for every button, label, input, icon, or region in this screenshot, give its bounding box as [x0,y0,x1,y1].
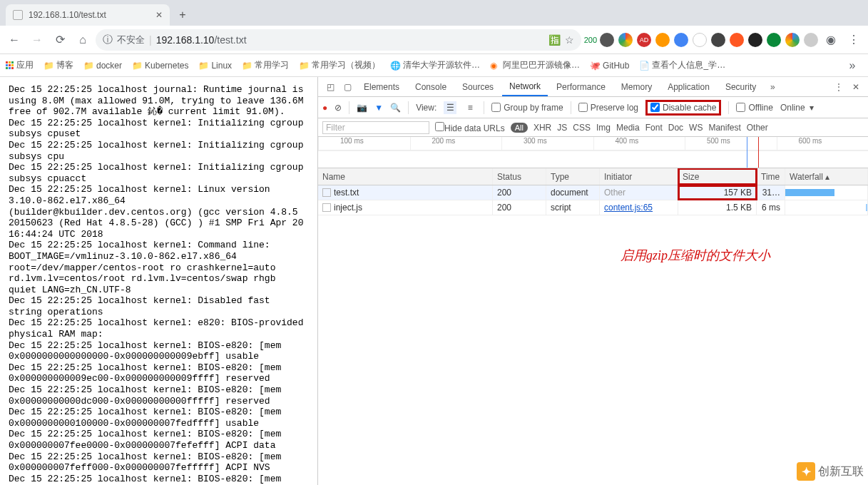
offline-checkbox[interactable]: Offline [736,103,772,113]
view-list-icon[interactable]: ☰ [444,101,456,114]
tab-sources[interactable]: Sources [455,78,501,96]
bookmark-item[interactable]: 🌐清华大学开源软件… [390,59,480,71]
extension-icon[interactable] [785,33,800,47]
tab-title: 192.168.1.10/test.txt [29,10,150,20]
bookmark-folder[interactable]: 📁常用学习（视频） [299,59,380,71]
table-row[interactable]: test.txt 200 document Other 157 KB 31… [318,185,868,200]
col-size[interactable]: Size [678,168,757,185]
filter-doc[interactable]: Doc [668,123,683,133]
tab-network[interactable]: Network [502,78,548,96]
adblock-icon[interactable]: AD [637,33,651,47]
folder-icon: 📁 [299,61,309,71]
more-tabs-icon[interactable]: » [765,82,780,92]
filter-input[interactable]: Filter [322,121,429,134]
cell-name: inject.js [318,200,493,215]
extension-icon[interactable] [804,33,818,47]
extension-icon[interactable] [748,33,762,47]
new-tab-button[interactable]: + [174,6,191,24]
search-icon[interactable]: 🔍 [390,103,401,113]
col-initiator[interactable]: Initiator [600,168,678,185]
profile-button[interactable]: ◉ [821,30,841,50]
bookmark-folder[interactable]: 📁Linux [198,61,232,71]
close-devtools-icon[interactable]: ✕ [848,82,864,92]
extension-icon[interactable] [730,33,744,47]
view-detail-icon[interactable]: ≡ [464,101,476,114]
bookmark-item[interactable]: ◉阿里巴巴开源镜像… [490,59,580,71]
close-icon[interactable]: ✕ [155,10,163,20]
record-button[interactable]: ● [322,103,327,113]
settings-icon[interactable]: ⋮ [831,82,847,92]
bookmarks-overflow[interactable]: » [842,56,862,76]
disable-cache-checkbox[interactable]: Disable cache [645,100,721,116]
table-header[interactable]: Name Status Type Initiator Size Time Wat… [318,168,868,185]
col-status[interactable]: Status [493,168,546,185]
url-text: 192.168.1.10/test.txt [156,34,247,46]
timeline-tick: 500 ms [685,137,777,150]
clear-button[interactable]: ⊘ [335,103,342,113]
bookmark-folder[interactable]: 📁博客 [44,59,73,71]
filter-manifest[interactable]: Manifest [708,123,740,133]
filter-img[interactable]: Img [596,123,611,133]
extension-icon[interactable] [618,33,633,47]
bookmark-item[interactable]: 🐙GitHub [590,61,629,71]
filter-other[interactable]: Other [747,123,768,133]
apps-button[interactable]: 应用 [6,59,34,71]
reload-button[interactable]: ⟳ [50,30,70,50]
throttling-select[interactable]: Online ▾ [780,103,814,113]
cell-type: script [546,200,600,215]
translate-icon[interactable]: 🈯 [548,34,561,46]
extension-icon[interactable] [655,33,670,47]
file-icon [322,188,331,197]
tab-console[interactable]: Console [408,78,454,96]
tab-security[interactable]: Security [718,78,763,96]
preserve-log-checkbox[interactable]: Preserve log [578,103,638,113]
tab-memory[interactable]: Memory [614,78,659,96]
extension-icon[interactable] [711,33,725,47]
filter-icon[interactable]: ▼ [374,103,383,113]
bookmarks-bar: 应用 📁博客 📁docker 📁Kubernetes 📁Linux 📁常用学习 … [0,54,868,77]
browser-tab[interactable]: 192.168.1.10/test.txt ✕ [6,4,170,26]
network-timeline[interactable]: 100 ms 200 ms 300 ms 400 ms 500 ms 600 m… [318,137,868,168]
extension-icon[interactable] [600,33,614,47]
camera-icon[interactable]: 📷 [357,103,367,113]
bookmark-folder[interactable]: 📁常用学习 [242,59,289,71]
address-bar[interactable]: ⓘ 不安全 | 192.168.1.10/test.txt 🈯 ☆ [96,29,581,51]
forward-button[interactable]: → [27,30,47,50]
home-button[interactable]: ⌂ [73,30,93,50]
network-filter-row: Filter Hide data URLs All XHR JS CSS Img… [318,118,868,137]
filter-js[interactable]: JS [557,123,567,133]
col-time[interactable]: Time [757,168,785,185]
filter-font[interactable]: Font [645,123,663,133]
bookmark-folder[interactable]: 📁docker [83,61,122,71]
group-by-frame-checkbox[interactable]: Group by frame [491,103,563,113]
inspect-icon[interactable]: ◰ [322,82,338,92]
file-icon [322,203,331,212]
back-button[interactable]: ← [4,30,24,50]
filter-xhr[interactable]: XHR [533,123,551,133]
tab-elements[interactable]: Elements [357,78,407,96]
watermark-logo: ✦ [797,462,815,481]
filter-all[interactable]: All [511,123,528,133]
filter-media[interactable]: Media [616,123,640,133]
device-toggle-icon[interactable]: ▢ [339,82,355,92]
folder-icon: 📁 [44,61,53,71]
filter-ws[interactable]: WS [689,123,703,133]
col-name[interactable]: Name [318,168,493,185]
extension-icon[interactable] [693,33,707,47]
tab-performance[interactable]: Performance [549,78,613,96]
menu-button[interactable]: ⋮ [844,30,864,50]
filter-css[interactable]: CSS [573,123,591,133]
hide-data-urls-checkbox[interactable]: Hide data URLs [435,122,505,133]
col-type[interactable]: Type [546,168,600,185]
extension-icon[interactable] [767,33,781,47]
tab-application[interactable]: Application [660,78,717,96]
extension-icon[interactable] [674,33,688,47]
timeline-tick: 300 ms [501,137,593,150]
star-icon[interactable]: ☆ [565,34,574,46]
cell-name: test.txt [318,185,493,200]
bookmark-folder[interactable]: 📁Kubernetes [132,61,188,71]
bookmark-item[interactable]: 📄查看个人信息_学… [639,59,725,71]
col-waterfall[interactable]: Waterfall ▴ [785,168,868,185]
table-row[interactable]: inject.js 200 script content.js:65 1.5 K… [318,200,868,215]
cell-time: 31… [757,185,785,200]
